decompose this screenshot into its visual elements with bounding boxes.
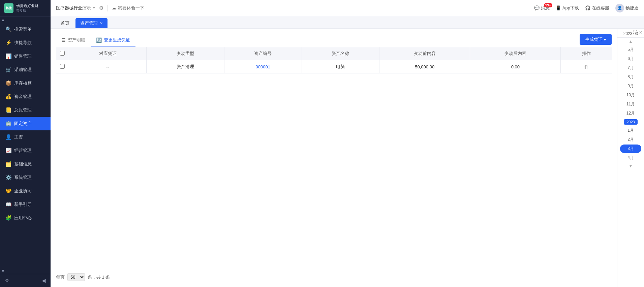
sidebar-item-assets[interactable]: 🏢 固定资产 <box>0 117 51 130</box>
sidebar-item-operations[interactable]: 📈 经营管理 <box>0 144 51 157</box>
calendar-month-7[interactable]: 7月 <box>617 63 644 72</box>
calendar-month-1[interactable]: 1月 <box>617 126 644 135</box>
sales-icon: 📊 <box>5 53 11 59</box>
content-area: ☰ 资产明细 🔄 变更生成凭证 生成凭证 ▾ <box>51 29 644 287</box>
system-icon: ⚙️ <box>5 174 11 181</box>
calendar-month-11[interactable]: 11月 <box>617 100 644 109</box>
row-checkbox[interactable] <box>60 64 65 69</box>
experience-icon: ☁ <box>112 5 116 10</box>
phone-icon: 📱 <box>556 5 561 10</box>
basicinfo-icon: 🗂️ <box>5 161 11 167</box>
col-change-type: 变动类型 <box>147 47 224 60</box>
sidebar-item-basicinfo[interactable]: 🗂️ 基础信息 <box>0 157 51 171</box>
col-after: 变动后内容 <box>470 47 561 60</box>
sidebar-bottom: ⚙ ◀ <box>0 274 51 287</box>
pagination-bar: 每页 10 20 50 100 条，共 1 条 <box>56 270 612 282</box>
col-asset-name: 资产名称 <box>302 47 379 60</box>
settings-icon[interactable]: ⚙ <box>5 278 9 284</box>
calendar-panel: ⛶ ✕ 2023.03 ▲ 5月 6月 7月 8月 9月 10月 11月 12月… <box>617 29 644 287</box>
tab-home[interactable]: 首页 <box>56 18 74 28</box>
settings-gear-icon[interactable]: ⚙ <box>99 5 103 11</box>
company-selector[interactable]: 医疗器械行业演示 ▾ <box>56 5 95 11</box>
calendar-month-10[interactable]: 10月 <box>617 91 644 100</box>
sidebar-item-quicknav[interactable]: ⚡ 快捷导航 <box>0 36 51 50</box>
sub-tab-generate-voucher[interactable]: 🔄 变更生成凭证 <box>91 34 135 46</box>
col-before: 变动前内容 <box>379 47 470 60</box>
per-page-label: 每页 <box>56 274 65 280</box>
sidebar-scroll-down[interactable]: ▼ <box>0 268 6 274</box>
select-all-checkbox[interactable] <box>60 51 65 56</box>
app-download-btn[interactable]: 📱 App下载 <box>556 5 579 11</box>
calendar-close-icon[interactable]: ✕ <box>639 30 643 35</box>
header-checkbox-cell <box>56 47 69 60</box>
calendar-scroll[interactable]: ▲ 5月 6月 7月 8月 9月 10月 11月 12月 2023 1月 2月 … <box>617 38 644 287</box>
generate-dropdown-icon: ▾ <box>604 37 606 42</box>
experience-btn[interactable]: ☁ 我要体验一下 <box>112 5 144 11</box>
voucher-table: 对应凭证 变动类型 资产编号 资产名称 变动前内容 变动后内容 操作 <box>56 47 612 73</box>
table-header-row: 对应凭证 变动类型 资产编号 资产名称 变动前内容 变动后内容 操作 <box>56 47 612 60</box>
sidebar-item-ledger[interactable]: 📒 总账管理 <box>0 103 51 117</box>
calendar-month-2[interactable]: 2月 <box>617 135 644 144</box>
table-row: -- 资产清理 000001 电脑 50,000.00 0.00 🗑 <box>56 60 612 73</box>
user-profile[interactable]: 👤 畅捷通 <box>615 4 639 12</box>
sidebar-nav: 🔍 搜索菜单 ⚡ 快捷导航 📊 销售管理 🛒 采购管理 📦 库存核算 💰 资金管… <box>0 23 51 268</box>
inventory-icon: 📦 <box>5 80 11 86</box>
per-page-select[interactable]: 10 20 50 100 <box>67 273 85 281</box>
calendar-month-4[interactable]: 4月 <box>617 153 644 162</box>
expand-icon[interactable]: ⛶ <box>633 30 637 35</box>
cell-operation: 🗑 <box>561 60 612 73</box>
calendar-month-3-active[interactable]: 3月 <box>620 145 641 153</box>
sidebar-item-purchase[interactable]: 🛒 采购管理 <box>0 63 51 76</box>
headset-icon: 🎧 <box>585 5 590 10</box>
calendar-month-6[interactable]: 6月 <box>617 54 644 63</box>
cell-before-content: 50,000.00 <box>379 60 470 73</box>
calendar-up-arrow[interactable]: ▲ <box>617 38 644 45</box>
lightning-icon: ⚡ <box>5 40 11 46</box>
generate-btn-container: 生成凭证 ▾ <box>580 34 612 47</box>
row-checkbox-cell <box>56 60 69 73</box>
sidebar-item-inventory[interactable]: 📦 库存核算 <box>0 76 51 90</box>
col-asset-code: 资产编号 <box>224 47 302 60</box>
sidebar-item-guide[interactable]: 📖 新手引导 <box>0 198 51 211</box>
sidebar-item-collab[interactable]: 🤝 企业协同 <box>0 184 51 198</box>
generate-voucher-button[interactable]: 生成凭证 ▾ <box>580 34 612 45</box>
main-content: 医疗器械行业演示 ▾ ⚙ ☁ 我要体验一下 💬 消息 99+ 📱 App下载 🎧… <box>51 0 644 287</box>
logo-text: 畅捷通好业财 普及版 <box>16 3 38 12</box>
calendar-month-5[interactable]: 5月 <box>617 45 644 54</box>
salary-icon: 👤 <box>5 134 11 140</box>
content-inner: ☰ 资产明细 🔄 变更生成凭证 生成凭证 ▾ <box>51 29 617 287</box>
calendar-down-arrow[interactable]: ▼ <box>617 162 644 170</box>
calendar-month-9[interactable]: 9月 <box>617 82 644 91</box>
sidebar-item-salary[interactable]: 👤 工资 <box>0 130 51 144</box>
sidebar-item-finance[interactable]: 💰 资金管理 <box>0 90 51 103</box>
sidebar-item-search[interactable]: 🔍 搜索菜单 <box>0 23 51 36</box>
messages-btn[interactable]: 💬 消息 99+ <box>534 5 550 11</box>
messages-badge: 99+ <box>544 3 552 7</box>
calendar-month-12[interactable]: 12月 <box>617 109 644 118</box>
customer-service-btn[interactable]: 🎧 在线客服 <box>585 5 609 11</box>
tab-close-icon[interactable]: ✕ <box>100 21 103 26</box>
company-name: 医疗器械行业演示 <box>56 5 91 11</box>
cell-after-content: 0.00 <box>470 60 561 73</box>
sidebar-item-sales[interactable]: 📊 销售管理 <box>0 50 51 63</box>
sidebar-item-system[interactable]: ⚙️ 系统管理 <box>0 171 51 184</box>
search-icon: 🔍 <box>5 26 11 32</box>
message-icon: 💬 <box>534 5 540 10</box>
sidebar-logo: 畅捷 畅捷通好业财 普及版 <box>0 0 51 17</box>
change-icon: 🔄 <box>96 37 102 43</box>
sidebar-scroll-up[interactable]: ▲ <box>0 17 6 23</box>
year-2023-label: 2023 <box>617 118 644 126</box>
topbar: 医疗器械行业演示 ▾ ⚙ ☁ 我要体验一下 💬 消息 99+ 📱 App下载 🎧… <box>51 0 644 16</box>
avatar: 👤 <box>615 4 624 12</box>
sub-tab-asset-detail[interactable]: ☰ 资产明细 <box>56 34 91 46</box>
cell-voucher: -- <box>69 60 147 73</box>
calendar-month-8[interactable]: 8月 <box>617 72 644 82</box>
collapse-sidebar-icon[interactable]: ◀ <box>42 278 46 284</box>
sidebar: 畅捷 畅捷通好业财 普及版 ▲ 🔍 搜索菜单 ⚡ 快捷导航 📊 销售管理 🛒 采… <box>0 0 51 287</box>
sidebar-item-appcenter[interactable]: 🧩 应用中心 <box>0 211 51 225</box>
collab-icon: 🤝 <box>5 188 11 194</box>
total-text: 条，共 1 条 <box>88 274 110 280</box>
appcenter-icon: 🧩 <box>5 215 11 221</box>
tab-asset-management[interactable]: 资产管理 ✕ <box>75 18 108 28</box>
delete-icon[interactable]: 🗑 <box>584 64 589 70</box>
